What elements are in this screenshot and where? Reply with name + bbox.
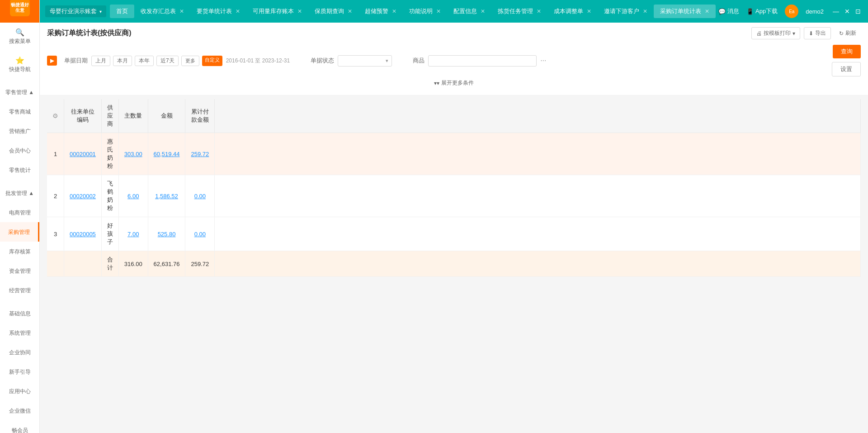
messages-label: 消息 bbox=[727, 7, 739, 15]
cell-unit-code-1[interactable]: 00020001 bbox=[64, 133, 102, 175]
close-tab-expiry[interactable]: ✕ bbox=[348, 8, 352, 14]
close-tab-purchase-stat[interactable]: ✕ bbox=[705, 8, 709, 14]
window-controls: — ✕ ⊡ bbox=[831, 6, 863, 17]
cell-paid-3[interactable]: 0.00 bbox=[185, 217, 215, 251]
date-btn-more[interactable]: 更多 bbox=[181, 56, 199, 66]
sidebar-item-enterprise[interactable]: 企业协同 bbox=[0, 343, 39, 362]
tab-purchase-stat[interactable]: 采购订单统计表 ✕ bbox=[654, 5, 716, 18]
cell-amount-1[interactable]: 60,519.44 bbox=[148, 133, 185, 175]
table-row: 2 00020002 飞鹤奶粉 6.00 1,586.52 0.00 bbox=[47, 175, 861, 217]
sidebar-item-inventory[interactable]: 库存核算 bbox=[0, 242, 39, 261]
tab-collect-pay[interactable]: 收发存汇总表 ✕ bbox=[134, 5, 190, 18]
date-btn-this-year[interactable]: 本年 bbox=[135, 56, 154, 66]
cell-supplier-1: 惠氏奶粉 bbox=[101, 133, 118, 175]
date-btn-this-month[interactable]: 本月 bbox=[113, 56, 132, 66]
cell-paid-2[interactable]: 0.00 bbox=[185, 175, 215, 217]
date-custom-tag[interactable]: 自定义 bbox=[202, 56, 222, 66]
cell-qty-2[interactable]: 6.00 bbox=[118, 175, 148, 217]
cell-unit-code-2[interactable]: 00020002 bbox=[64, 175, 102, 217]
cell-amount-3[interactable]: 525.80 bbox=[148, 217, 185, 251]
tab-invite-downstream[interactable]: 邀请下游客户 ✕ bbox=[598, 5, 654, 18]
close-tab-pick-task[interactable]: ✕ bbox=[537, 8, 541, 14]
sidebar-item-purchase[interactable]: 采购管理 bbox=[0, 222, 39, 242]
tab-config[interactable]: 配置信息 ✕ bbox=[447, 5, 491, 18]
cell-idx-1: 1 bbox=[47, 133, 64, 175]
goods-input[interactable] bbox=[428, 55, 537, 67]
close-tab-cost-adjust[interactable]: ✕ bbox=[587, 8, 591, 14]
template-print-btn[interactable]: 🖨 按模板打印 ▾ bbox=[751, 27, 800, 39]
sidebar-item-marketing[interactable]: 营销推广 bbox=[0, 121, 39, 141]
footer-amount: 62,631.76 bbox=[148, 251, 185, 277]
close-tab-goods-stat[interactable]: ✕ bbox=[236, 8, 240, 14]
sidebar-item-wechat[interactable]: 企业微信 bbox=[0, 401, 39, 420]
messages-btn[interactable]: 💬 消息 bbox=[718, 7, 739, 15]
window-close-btn[interactable]: ✕ bbox=[843, 6, 852, 17]
account-dropdown[interactable]: 母婴行业演示账套 ▾ bbox=[45, 5, 106, 17]
sidebar-item-retail-stat[interactable]: 零售统计 bbox=[0, 160, 39, 180]
cell-idx-2: 2 bbox=[47, 175, 64, 217]
user-avatar[interactable]: Ea bbox=[785, 5, 798, 18]
table-row: 1 00020001 惠氏奶粉 303.00 60,519.44 259.72 bbox=[47, 133, 861, 175]
refresh-btn[interactable]: ↻ 刷新 bbox=[835, 27, 861, 39]
cell-extra-3 bbox=[215, 217, 861, 251]
sidebar-item-vip[interactable]: 畅会员 bbox=[0, 420, 39, 433]
tab-goods-stat[interactable]: 要货单统计表 ✕ bbox=[190, 5, 246, 18]
sidebar-search[interactable]: 🔍 搜索菜单 bbox=[0, 23, 39, 51]
footer-empty-1 bbox=[47, 251, 64, 277]
cell-amount-2[interactable]: 1,586.52 bbox=[148, 175, 185, 217]
close-tab-config[interactable]: ✕ bbox=[481, 8, 485, 14]
tab-inventory-book[interactable]: 可用量库存账本 ✕ bbox=[246, 5, 308, 18]
tab-cost-adjust[interactable]: 成本调整单 ✕ bbox=[547, 5, 598, 18]
cell-supplier-3: 好孩子 bbox=[101, 217, 118, 251]
sidebar-item-basic[interactable]: 基础信息 bbox=[0, 304, 39, 323]
sidebar-item-newbie[interactable]: 新手引导 bbox=[0, 362, 39, 381]
status-select[interactable] bbox=[338, 55, 392, 67]
sidebar-item-system[interactable]: 系统管理 bbox=[0, 323, 39, 343]
sidebar-item-member[interactable]: 会员中心 bbox=[0, 141, 39, 160]
filter-toggle-btn[interactable]: ▶ bbox=[47, 56, 57, 66]
close-tab-collect-pay[interactable]: ✕ bbox=[179, 8, 184, 14]
sidebar-item-retail-shop[interactable]: 零售商城 bbox=[0, 102, 39, 121]
account-dropdown-icon: ▾ bbox=[99, 9, 102, 14]
page-header: 采购订单统计表(按供应商) 🖨 按模板打印 ▾ ⬇ 导出 ↻ 刷新 bbox=[40, 23, 868, 39]
table-header-row: ⚙ 往来单位编码 供应商 主数量 bbox=[47, 99, 861, 133]
sidebar-item-ecommerce[interactable]: 电商管理 bbox=[0, 203, 39, 222]
cell-supplier-2: 飞鹤奶粉 bbox=[101, 175, 118, 217]
window-minimize-btn[interactable]: — bbox=[831, 6, 841, 17]
sidebar-item-operation[interactable]: 经营管理 bbox=[0, 281, 39, 300]
sidebar-item-app-center[interactable]: 应用中心 bbox=[0, 381, 39, 401]
user-avatar-text: Ea bbox=[789, 9, 794, 14]
expand-btn[interactable]: ▾▾ 展开更多条件 bbox=[434, 79, 474, 87]
sidebar-quick-nav[interactable]: ⭐ 快捷导航 bbox=[0, 51, 39, 79]
close-tab-invite-downstream[interactable]: ✕ bbox=[643, 8, 647, 14]
tab-pick-task[interactable]: 拣货任务管理 ✕ bbox=[491, 5, 547, 18]
expand-icon: ▾▾ bbox=[434, 80, 439, 86]
cell-qty-1[interactable]: 303.00 bbox=[118, 133, 148, 175]
date-btn-last-month[interactable]: 上月 bbox=[91, 56, 110, 66]
window-expand-btn[interactable]: ⊡ bbox=[854, 6, 863, 17]
cell-qty-3[interactable]: 7.00 bbox=[118, 217, 148, 251]
sidebar-item-finance[interactable]: 资金管理 bbox=[0, 261, 39, 281]
cell-unit-code-3[interactable]: 00020005 bbox=[64, 217, 102, 251]
date-btn-7days[interactable]: 近7天 bbox=[156, 56, 179, 66]
tab-expiry[interactable]: 保质期查询 ✕ bbox=[308, 5, 359, 18]
tab-func-desc[interactable]: 功能说明 ✕ bbox=[403, 5, 447, 18]
column-settings-icon[interactable]: ⚙ bbox=[52, 112, 58, 119]
filter-status-group: 单据状态 bbox=[311, 55, 392, 67]
close-tab-inventory-book[interactable]: ✕ bbox=[297, 8, 302, 14]
sidebar-item-retail[interactable]: 零售管理 ▲ bbox=[0, 82, 39, 102]
tab-overstock[interactable]: 超储预警 ✕ bbox=[359, 5, 403, 18]
cell-paid-1[interactable]: 259.72 bbox=[185, 133, 215, 175]
app-download-btn[interactable]: 📱 App下载 bbox=[746, 7, 778, 15]
query-btn[interactable]: 查询 bbox=[833, 45, 861, 58]
close-tab-overstock[interactable]: ✕ bbox=[392, 8, 396, 14]
tab-home[interactable]: 首页 bbox=[110, 5, 134, 18]
setting-btn[interactable]: 设置 bbox=[832, 62, 861, 76]
sidebar-item-wholesale[interactable]: 批发管理 ▲ bbox=[0, 183, 39, 203]
goods-more-btn[interactable]: ··· bbox=[540, 57, 546, 65]
export-btn[interactable]: ⬇ 导出 bbox=[804, 27, 831, 39]
filter-date-group: 单据日期 上月 本月 本年 近7天 更多 自定义 2016-01-01 至 20… bbox=[64, 56, 290, 66]
sidebar: 畅捷通好生意 标题 🔍 搜索菜单 ⭐ 快捷导航 零售管理 ▲ 零售商城 营销推广… bbox=[0, 0, 40, 433]
cell-idx-3: 3 bbox=[47, 217, 64, 251]
close-tab-func-desc[interactable]: ✕ bbox=[436, 8, 441, 14]
